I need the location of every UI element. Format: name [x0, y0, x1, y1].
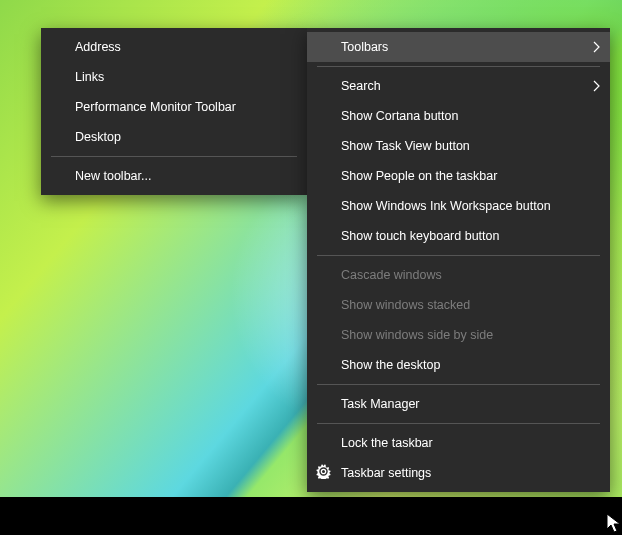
taskbar-context-menu: Toolbars Search Show Cortana button Show…	[307, 28, 610, 492]
separator	[51, 156, 297, 157]
label: Show Cortana button	[341, 109, 458, 123]
chevron-right-icon	[592, 80, 600, 92]
submenu-item-performance-monitor[interactable]: Performance Monitor Toolbar	[41, 92, 307, 122]
gear-icon	[316, 464, 331, 482]
chevron-right-icon	[592, 41, 600, 53]
menu-item-cascade-windows: Cascade windows	[307, 260, 610, 290]
menu-item-task-manager[interactable]: Task Manager	[307, 389, 610, 419]
label: Show touch keyboard button	[341, 229, 499, 243]
submenu-item-address[interactable]: Address	[41, 32, 307, 62]
label: Address	[75, 40, 121, 54]
menu-item-show-cortana[interactable]: Show Cortana button	[307, 101, 610, 131]
label: Show windows stacked	[341, 298, 470, 312]
label: New toolbar...	[75, 169, 151, 183]
submenu-item-links[interactable]: Links	[41, 62, 307, 92]
label: Lock the taskbar	[341, 436, 433, 450]
separator	[317, 384, 600, 385]
menu-item-show-stacked: Show windows stacked	[307, 290, 610, 320]
label: Links	[75, 70, 104, 84]
label: Cascade windows	[341, 268, 442, 282]
menu-item-show-side-by-side: Show windows side by side	[307, 320, 610, 350]
menu-item-search[interactable]: Search	[307, 71, 610, 101]
menu-item-show-desktop[interactable]: Show the desktop	[307, 350, 610, 380]
submenu-item-new-toolbar[interactable]: New toolbar...	[41, 161, 307, 191]
menu-item-show-people[interactable]: Show People on the taskbar	[307, 161, 610, 191]
submenu-item-desktop[interactable]: Desktop	[41, 122, 307, 152]
menu-item-show-touch-keyboard[interactable]: Show touch keyboard button	[307, 221, 610, 251]
label: Show Windows Ink Workspace button	[341, 199, 551, 213]
separator	[317, 66, 600, 67]
separator	[317, 423, 600, 424]
toolbars-submenu: Address Links Performance Monitor Toolba…	[41, 28, 307, 195]
menu-item-toolbars[interactable]: Toolbars	[307, 32, 610, 62]
label: Show the desktop	[341, 358, 440, 372]
taskbar[interactable]	[0, 497, 622, 535]
menu-item-taskbar-settings[interactable]: Taskbar settings	[307, 458, 610, 488]
label: Show windows side by side	[341, 328, 493, 342]
menu-item-show-ink-workspace[interactable]: Show Windows Ink Workspace button	[307, 191, 610, 221]
menu-item-lock-taskbar[interactable]: Lock the taskbar	[307, 428, 610, 458]
separator	[317, 255, 600, 256]
label: Show People on the taskbar	[341, 169, 497, 183]
label: Taskbar settings	[341, 466, 431, 480]
label: Desktop	[75, 130, 121, 144]
label: Toolbars	[341, 40, 388, 54]
label: Search	[341, 79, 381, 93]
label: Performance Monitor Toolbar	[75, 100, 236, 114]
menu-item-show-task-view[interactable]: Show Task View button	[307, 131, 610, 161]
label: Task Manager	[341, 397, 420, 411]
label: Show Task View button	[341, 139, 470, 153]
